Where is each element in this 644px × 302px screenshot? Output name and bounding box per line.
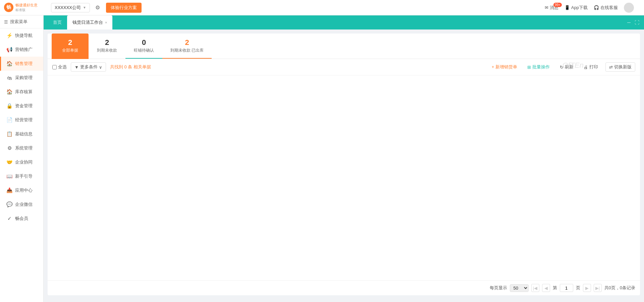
print-button[interactable]: 🖨 打印 bbox=[581, 63, 601, 71]
sidebar-item-enterprise[interactable]: 🤝 企业协同 bbox=[0, 155, 43, 169]
sidebar-item-quick-nav[interactable]: ⚡ 快捷导航 bbox=[0, 28, 43, 43]
sidebar-item-purchase[interactable]: 🛍 采购管理 bbox=[0, 71, 43, 85]
sidebar-item-label: 营销推广 bbox=[15, 47, 33, 53]
page-last-button[interactable]: ▶| bbox=[594, 284, 602, 292]
stat-tab-shipped[interactable]: 2 到期未收款 已出库 bbox=[162, 34, 212, 59]
batch-operation-button[interactable]: ⊞ 批量操作 bbox=[525, 63, 552, 71]
stat-num-overdue: 2 bbox=[97, 38, 117, 47]
company-dropdown-arrow: ▼ bbox=[83, 6, 86, 9]
switch-version-button[interactable]: ⇄ 切换新版 bbox=[605, 62, 635, 72]
guide-icon: 📖 bbox=[6, 173, 12, 179]
stat-label-pending: 旺铺待确认 bbox=[133, 48, 154, 53]
switch-icon: ⇄ bbox=[609, 65, 613, 70]
page-label: 第 bbox=[553, 285, 557, 291]
sidebar-item-label: 销售管理 bbox=[15, 61, 33, 67]
window-max-button[interactable]: ⛶ bbox=[634, 19, 640, 26]
page-number-input[interactable] bbox=[560, 284, 573, 292]
stat-num-pending: 0 bbox=[133, 38, 154, 47]
sidebar-item-system[interactable]: ⚙ 系统管理 bbox=[0, 141, 43, 155]
top-header: 畅 畅捷通好生意 标准版 XXXXXX公司 ▼ ⚙ 体验行业方案 ✉ 消息 99… bbox=[0, 0, 644, 15]
tab-home[interactable]: 首页 bbox=[48, 15, 67, 29]
marketing-icon: 📢 bbox=[6, 47, 12, 53]
tab-close-button[interactable]: × bbox=[105, 20, 107, 24]
found-prefix: 共找到 bbox=[110, 64, 123, 69]
found-number: 0 bbox=[124, 64, 127, 69]
enterprise-icon: 🤝 bbox=[6, 159, 12, 165]
per-page-label: 每页显示 bbox=[490, 285, 507, 291]
company-selector[interactable]: XXXXXX公司 ▼ bbox=[51, 3, 90, 12]
switch-label: 切换新版 bbox=[614, 64, 632, 70]
sidebar-item-member[interactable]: ✓ 畅会员 bbox=[0, 212, 43, 226]
add-sale-button[interactable]: + 新增销货单 bbox=[489, 63, 520, 71]
user-avatar[interactable] bbox=[624, 3, 634, 13]
batch-label: 批量操作 bbox=[532, 64, 550, 70]
sidebar-item-label: 经营管理 bbox=[15, 117, 33, 123]
stat-tab-pending[interactable]: 0 旺铺待确认 bbox=[125, 34, 162, 59]
stat-num-shipped: 2 bbox=[170, 38, 204, 47]
sidebar-item-wechat[interactable]: 💬 企业微信 bbox=[0, 197, 43, 212]
sales-icon: 🏠 bbox=[6, 61, 12, 67]
tab-workbench[interactable]: 钱货日清工作台 × bbox=[67, 15, 112, 29]
refresh-label: 刷新 bbox=[565, 64, 574, 70]
app-center-icon: 📥 bbox=[6, 187, 12, 193]
online-service-button[interactable]: 🎧 在线客服 bbox=[594, 5, 618, 11]
sidebar-item-label: 资金管理 bbox=[15, 103, 33, 109]
found-count: 共找到 0 条 相关单据 bbox=[110, 64, 151, 70]
workbench-card: 2 全部单据 2 到期未收款 0 旺铺待确认 2 到期未收款 已出库 bbox=[48, 34, 640, 295]
search-menu-icon: ☰ bbox=[4, 19, 8, 24]
refresh-button[interactable]: ↻ 刷新 bbox=[557, 63, 576, 71]
basic-info-icon: 📋 bbox=[6, 131, 12, 137]
sidebar-item-label: 畅会员 bbox=[15, 216, 28, 222]
operations-icon: 📄 bbox=[6, 117, 12, 123]
service-icon: 🎧 bbox=[594, 5, 599, 10]
stat-label-all: 全部单据 bbox=[60, 48, 80, 53]
logo-name: 畅捷通好生意 bbox=[15, 3, 38, 7]
window-buttons: ─ ⛶ bbox=[627, 19, 640, 26]
settings-button[interactable]: ⚙ bbox=[93, 3, 103, 13]
sidebar-item-label: 基础信息 bbox=[15, 131, 33, 137]
window-min-button[interactable]: ─ bbox=[627, 19, 631, 26]
quick-nav-icon: ⚡ bbox=[6, 33, 12, 39]
download-icon: 📱 bbox=[565, 5, 570, 10]
found-unit: 条 bbox=[128, 64, 132, 69]
stat-tab-all[interactable]: 2 全部单据 bbox=[52, 34, 89, 59]
sidebar-item-app-center[interactable]: 📥 应用中心 bbox=[0, 183, 43, 197]
try-industry-button[interactable]: 体验行业方案 bbox=[106, 3, 142, 13]
inventory-icon: 🏠 bbox=[6, 89, 12, 95]
sidebar-item-marketing[interactable]: 📢 营销推广 bbox=[0, 43, 43, 57]
search-menu-item[interactable]: ☰ 搜索菜单 bbox=[0, 15, 43, 28]
select-all-input[interactable] bbox=[52, 65, 57, 69]
toolbar-right: + 新增销货单 ⊞ 批量操作 ↻ 刷新 🖨 打印 ⇄ bbox=[489, 62, 635, 72]
filter-caret: ∨ bbox=[99, 65, 102, 70]
sidebar-item-basic-info[interactable]: 📋 基础信息 bbox=[0, 127, 43, 141]
tab-home-label: 首页 bbox=[53, 19, 62, 25]
sidebar-item-label: 库存核算 bbox=[15, 89, 33, 95]
message-icon: ✉ bbox=[545, 5, 548, 10]
member-icon: ✓ bbox=[6, 216, 12, 222]
page-first-button[interactable]: |◀ bbox=[531, 284, 539, 292]
sidebar-item-finance[interactable]: 🔒 资金管理 bbox=[0, 99, 43, 113]
messages-button[interactable]: ✉ 消息 99+ bbox=[545, 5, 558, 11]
wechat-icon: 💬 bbox=[6, 201, 12, 207]
sidebar: ☰ 搜索菜单 ⚡ 快捷导航 📢 营销推广 🏠 销售管理 🛍 采购管理 🏠 库存核… bbox=[0, 15, 44, 302]
select-all-checkbox[interactable]: 全选 bbox=[52, 64, 67, 70]
logo-icon: 畅 bbox=[4, 3, 13, 12]
sidebar-item-label: 采购管理 bbox=[15, 75, 33, 81]
sidebar-item-inventory[interactable]: 🏠 库存核算 bbox=[0, 85, 43, 99]
select-all-label: 全选 bbox=[58, 64, 67, 70]
refresh-icon: ↻ bbox=[560, 65, 564, 70]
sidebar-item-guide[interactable]: 📖 新手引导 bbox=[0, 169, 43, 183]
total-count: 共0页，0条记录 bbox=[604, 285, 635, 291]
app-download-button[interactable]: 📱 App下载 bbox=[565, 5, 588, 11]
filter-button[interactable]: ▼ 更多条件 ∨ bbox=[71, 62, 106, 72]
page-prev-button[interactable]: ◀ bbox=[542, 284, 550, 292]
message-badge: 99+ bbox=[553, 3, 562, 7]
filter-icon: ▼ bbox=[74, 65, 79, 70]
page-next-button[interactable]: ▶ bbox=[583, 284, 591, 292]
sidebar-item-operations[interactable]: 📄 经营管理 bbox=[0, 113, 43, 127]
sidebar-item-sales[interactable]: 🏠 销售管理 bbox=[0, 57, 43, 71]
sidebar-item-label: 系统管理 bbox=[15, 145, 33, 151]
filter-label: 更多条件 bbox=[80, 64, 98, 70]
per-page-select[interactable]: 50 100 200 bbox=[510, 284, 529, 292]
stat-tab-overdue[interactable]: 2 到期未收款 bbox=[89, 34, 125, 59]
